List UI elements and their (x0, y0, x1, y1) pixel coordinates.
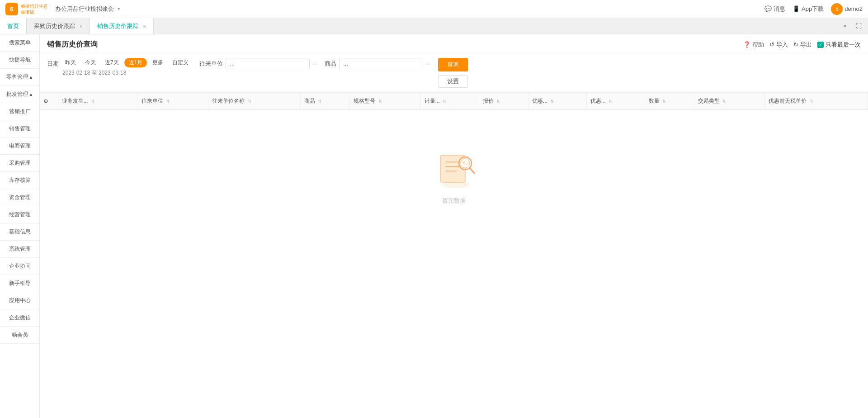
th-discount2[interactable]: 优惠... ⇅ (586, 93, 645, 110)
sidebar-item-operations[interactable]: 经营管理 (0, 206, 39, 223)
settings-icon[interactable]: ⚙ (43, 98, 48, 104)
close-window-btn[interactable]: × (840, 21, 850, 31)
counterparty-filter-group: 往来单位 ··· (199, 58, 317, 69)
sidebar-item-sales-mgmt[interactable]: 销售管理 (0, 120, 39, 138)
th-counterparty-name[interactable]: 往来单位名称 ⇅ (208, 93, 301, 110)
th-spec-label: 规格型号 (354, 98, 375, 104)
user-area[interactable]: d demo2 (831, 3, 863, 15)
th-pretax-price[interactable]: 优惠前无税单价 ⇅ (765, 93, 868, 110)
topbar: 6 畅捷信好生意 标准版 办公用品行业模拟账套 ▾ 💬 消息 📱 App下载 d… (0, 0, 868, 18)
fullscreen-btn[interactable]: ⛶ (854, 21, 863, 31)
user-name: demo2 (844, 5, 863, 12)
th-product[interactable]: 商品 ⇅ (301, 93, 350, 110)
sidebar-label-inventory: 库存核算 (9, 177, 31, 183)
app-download-btn[interactable]: 📱 App下载 (793, 5, 824, 13)
date-range-display: 2023-02-18 至 2023-03-18 (62, 69, 192, 77)
th-biz-date-label: 业务发生... (62, 98, 88, 104)
tab-purchase-history[interactable]: 采购历史价跟踪 × (27, 18, 90, 34)
date-btn-1month[interactable]: 近1月 (124, 58, 147, 67)
sidebar-item-system-mgmt[interactable]: 系统管理 (0, 241, 39, 258)
sidebar-item-app-center[interactable]: 应用中心 (0, 292, 39, 309)
sort-icon-counterparty-code: ⇅ (166, 99, 170, 104)
sidebar-item-membership[interactable]: 畅会员 (0, 327, 39, 344)
sidebar-item-inventory[interactable]: 库存核算 (0, 172, 39, 189)
svg-point-6 (461, 159, 470, 168)
th-quantity[interactable]: 数量 ⇅ (645, 93, 694, 110)
th-biz-date[interactable]: 业务发生... ⇅ (58, 93, 137, 110)
sidebar-item-purchase-mgmt[interactable]: 采购管理 (0, 155, 39, 172)
th-unit[interactable]: 计量... ⇅ (420, 93, 479, 110)
th-counterparty-code[interactable]: 往来单位 ⇅ (137, 93, 208, 110)
tab-sales-history-label: 销售历史价跟踪 (97, 22, 138, 30)
sidebar-item-wholesale-mgmt[interactable]: 批发管理 ▲ (0, 86, 39, 103)
date-options: 昨天 今天 近7天 近1月 更多 自定义 2023-02-18 至 2023-0… (61, 58, 192, 77)
th-quote-price[interactable]: 报价 ⇅ (479, 93, 528, 110)
date-filter-group: 日期 昨天 今天 近7天 近1月 更多 自定义 2023-02-18 至 202… (47, 58, 192, 77)
date-btn-more[interactable]: 更多 (149, 58, 167, 67)
only-last-label: 只看最后一次 (826, 41, 861, 49)
counterparty-input[interactable] (226, 58, 310, 69)
tab-purchase-history-label: 采购历史价跟踪 (34, 22, 75, 30)
sidebar-item-finance[interactable]: 资金管理 (0, 189, 39, 206)
svg-point-9 (466, 164, 467, 165)
tab-sales-close[interactable]: × (143, 24, 146, 29)
sidebar-label-corp-collab: 企业协同 (9, 263, 31, 269)
sidebar-label-app-center: 应用中心 (9, 297, 31, 304)
product-input[interactable] (339, 58, 423, 69)
table-header: ⚙ 业务发生... ⇅ 往来单位 ⇅ 往来单位名称 ⇅ (40, 93, 868, 110)
sort-icon-quote-price: ⇅ (496, 99, 500, 104)
topbar-right: 💬 消息 📱 App下载 d demo2 (764, 3, 863, 15)
product-dots[interactable]: ··· (426, 60, 431, 67)
only-last-checkbox[interactable]: ✓ (817, 42, 824, 48)
tab-purchase-close[interactable]: × (80, 24, 82, 29)
tab-spacer (154, 18, 835, 34)
th-trade-type[interactable]: 交易类型 ⇅ (694, 93, 765, 110)
app-dropdown-arrow[interactable]: ▾ (118, 6, 120, 12)
sidebar-item-corp-wechat[interactable]: 企业微信 (0, 309, 39, 327)
import-btn[interactable]: ↺ 导入 (769, 41, 788, 49)
sort-icon-quantity: ⇅ (662, 99, 666, 104)
help-btn[interactable]: ❓ 帮助 (743, 41, 764, 49)
date-btn-custom[interactable]: 自定义 (169, 58, 192, 67)
sidebar-item-corp-collab[interactable]: 企业协同 (0, 258, 39, 275)
th-spec[interactable]: 规格型号 ⇅ (350, 93, 421, 110)
sidebar-label-retail-mgmt: 零售管理 (6, 73, 28, 81)
th-discount1[interactable]: 优惠... ⇅ (528, 93, 586, 110)
retail-mgmt-arrow: ▲ (29, 75, 33, 80)
product-label: 商品 (325, 60, 336, 68)
empty-state: 暂元数据 (40, 110, 868, 241)
counterparty-dots[interactable]: ··· (312, 60, 317, 67)
th-settings[interactable]: ⚙ (40, 93, 58, 110)
counterparty-label: 往来单位 (199, 60, 223, 68)
sidebar-item-basic-info[interactable]: 基础信息 (0, 223, 39, 241)
help-icon: ❓ (743, 41, 750, 48)
app-download-label: App下载 (802, 5, 824, 13)
main-layout: 搜索菜单 快捷导航 零售管理 ▲ 批发管理 ▲ 营销推广 销售管理 电商管理 采… (0, 34, 868, 418)
th-quote-price-label: 报价 (483, 98, 494, 104)
content-area: 销售历史价查询 ❓ 帮助 ↺ 导入 ↻ 导出 ✓ 只看最后一次 (40, 34, 868, 418)
message-btn[interactable]: 💬 消息 (764, 5, 785, 13)
setting-btn[interactable]: 设置 (438, 75, 468, 88)
tab-home[interactable]: 首页 (0, 18, 27, 34)
sidebar-item-quick-nav[interactable]: 快捷导航 (0, 52, 39, 69)
date-btn-today[interactable]: 今天 (81, 58, 99, 67)
export-icon: ↻ (793, 41, 798, 48)
sidebar-label-corp-wechat: 企业微信 (9, 314, 31, 321)
sidebar-item-search-menu[interactable]: 搜索菜单 (0, 34, 39, 52)
sidebar-item-retail-mgmt[interactable]: 零售管理 ▲ (0, 69, 39, 86)
export-btn[interactable]: ↻ 导出 (793, 41, 812, 49)
only-last-wrap[interactable]: ✓ 只看最后一次 (817, 41, 861, 49)
tabbar: 首页 采购历史价跟踪 × 销售历史价跟踪 × × ⛶ (0, 18, 868, 34)
query-btn[interactable]: 查询 (438, 58, 468, 71)
sidebar-item-guide[interactable]: 新手引导 (0, 275, 39, 292)
topbar-left: 6 畅捷信好生意 标准版 办公用品行业模拟账套 ▾ (5, 3, 120, 15)
date-btn-7days[interactable]: 近7天 (101, 58, 123, 67)
th-discount1-label: 优惠... (532, 98, 547, 104)
date-btn-yesterday[interactable]: 昨天 (61, 58, 80, 67)
sidebar-item-ecom-mgmt[interactable]: 电商管理 (0, 138, 39, 155)
sidebar-label-system-mgmt: 系统管理 (9, 246, 31, 252)
data-table: ⚙ 业务发生... ⇅ 往来单位 ⇅ 往来单位名称 ⇅ (40, 93, 868, 110)
table-wrap: ⚙ 业务发生... ⇅ 往来单位 ⇅ 往来单位名称 ⇅ (40, 93, 868, 418)
tab-sales-history[interactable]: 销售历史价跟踪 × (90, 18, 153, 34)
sidebar-item-marketing[interactable]: 营销推广 (0, 103, 39, 120)
